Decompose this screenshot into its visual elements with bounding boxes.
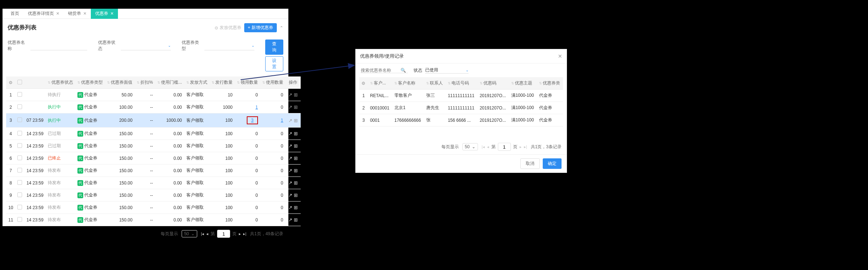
select-all-checkbox[interactable] [17,80,22,84]
sort-icon[interactable]: ⇅ [448,82,451,85]
sort-icon[interactable]: ⇅ [77,81,80,84]
row-checkbox[interactable] [17,180,22,185]
table-row[interactable]: 2 执行中 代代金券 100.00 -- 0.00 客户领取 1000 1 0 … [6,101,301,113]
close-icon[interactable]: ✕ [558,53,562,59]
row-checkbox[interactable] [17,131,22,136]
gear-icon[interactable]: ⚙ [9,80,13,85]
page-input[interactable] [217,230,230,238]
row-checkbox[interactable] [17,217,22,222]
col-header[interactable]: ⇅优惠券状态 [46,76,75,89]
tab-2[interactable]: 销货单✕ [64,9,91,19]
sort-icon[interactable]: ⇅ [137,81,140,84]
table-row[interactable]: 3 0001 17666666666 张 156 6666 ... 201912… [359,114,563,126]
col-header[interactable]: ⇅使用数量 [260,76,285,89]
prev-page-icon[interactable]: ◂ [487,145,489,149]
close-icon[interactable]: ✕ [56,11,59,16]
table-row[interactable]: 2 00010001 北京1 唐先生 11111111111 20191207O… [359,102,563,114]
modal-page-input[interactable] [498,143,511,151]
close-icon[interactable]: ✕ [110,11,114,16]
tab-1[interactable]: 优惠券详情页✕ [24,9,64,19]
sort-icon[interactable]: ⇅ [237,81,240,84]
prev-page-icon[interactable]: ◂ [206,232,208,236]
col-header[interactable]: ⚙ [359,77,368,90]
distribute-coupon-button[interactable]: ⊖ 发放优惠券 [215,25,241,31]
row-checkbox[interactable] [17,192,22,197]
col-header[interactable]: ⇅优惠码 [478,77,509,90]
qrcode-icon[interactable]: ⊞ [294,118,298,123]
table-row[interactable]: 1 待执行 代代金券 50.00 -- 0.00 客户领取 10 0 0 ↗⊞ [6,89,301,101]
qrcode-icon[interactable]: ⊞ [294,92,298,97]
col-header[interactable]: ⇅联系人 [424,77,446,90]
table-row[interactable]: 6 14 23:59 已终止 代代金券 150.00 -- 0.00 客户领取 … [6,152,301,165]
tab-3[interactable]: 优惠券✕ [91,9,118,19]
filter-name-input[interactable] [30,41,87,50]
sort-icon[interactable]: ⇅ [107,81,110,84]
cancel-button[interactable]: 取消 [520,158,540,169]
col-header[interactable]: ⇅领用数量 [235,76,260,89]
sort-icon[interactable]: ⇅ [539,82,542,85]
sort-icon[interactable]: ⇅ [370,82,373,85]
sort-icon[interactable]: ⇅ [212,81,215,84]
share-icon[interactable]: ↗ [288,104,292,110]
col-header[interactable]: ⇅优惠券面值 [105,76,135,89]
settings-button[interactable]: 设置 [265,56,283,71]
table-row[interactable]: 1 RETAIL... 零散客户 张三 11111111111 20191207… [359,90,563,102]
sort-icon[interactable]: ⇅ [48,81,51,84]
col-header[interactable]: ⇅优惠券类型 [75,76,105,89]
next-page-icon[interactable]: ▸ [520,145,522,149]
col-header[interactable]: ⇅电话号码 [446,77,478,90]
close-icon[interactable]: ✕ [83,11,86,16]
sort-icon[interactable]: ⇅ [511,82,514,85]
col-header[interactable]: ⇅客户... [368,77,392,90]
col-header[interactable]: ⇅优惠主题 [509,77,537,90]
row-checkbox[interactable] [17,117,22,122]
modal-per-page-select[interactable]: 50 ⌄ [462,143,478,150]
last-page-icon[interactable]: ▸| [243,232,246,236]
claimed-link[interactable]: 3 [251,118,254,123]
table-row[interactable]: 11 14 23:59 待发布 代代金券 150.00 -- 0.00 客户领取… [6,214,301,226]
row-checkbox[interactable] [17,205,22,209]
first-page-icon[interactable]: |◂ [482,145,485,149]
col-header[interactable]: 操作 [285,76,301,89]
used-link[interactable]: 1 [281,118,283,123]
gear-icon[interactable]: ⚙ [361,81,365,86]
filter-status-select[interactable]: ⌄ [121,41,171,50]
per-page-select[interactable]: 50 ⌄ [182,230,197,237]
share-icon[interactable]: ↗ [288,92,292,97]
col-header[interactable]: ⇅使用门槛... [155,76,184,89]
add-coupon-button[interactable]: + 新增优惠券 [244,23,277,32]
row-checkbox[interactable] [17,155,22,160]
col-header[interactable]: ⇅发行数量 [209,76,235,89]
tab-0[interactable]: 首页 [6,9,24,19]
table-row[interactable]: 9 14 23:59 待发布 代代金券 150.00 -- 0.00 客户领取 … [6,189,301,202]
row-checkbox[interactable] [17,143,22,148]
qrcode-icon[interactable]: ⊞ [294,104,298,110]
confirm-button[interactable]: 确定 [543,158,562,169]
last-page-icon[interactable]: ▸| [524,145,527,149]
table-row[interactable]: 8 14 23:59 待发布 代代金券 150.00 -- 0.00 客户领取 … [6,177,301,189]
collapse-icon[interactable]: ⌃ [280,25,283,30]
sort-icon[interactable]: ⇅ [262,81,265,84]
sort-icon[interactable]: ⇅ [157,81,160,84]
table-row[interactable]: 10 14 23:59 待发布 代代金券 150.00 -- 0.00 客户领取… [6,202,301,214]
share-icon[interactable]: ↗ [288,118,292,123]
modal-search-input[interactable] [361,68,401,73]
row-checkbox[interactable] [17,168,22,173]
filter-type-select[interactable]: ⌄ [204,41,254,50]
col-header[interactable]: ⇅优惠券类 [537,77,563,90]
sort-icon[interactable]: ⇅ [394,82,397,85]
col-header[interactable]: ⇅客户名称 [392,77,424,90]
sort-icon[interactable]: ⇅ [426,82,429,85]
col-header[interactable]: ⇅发放方式 [184,76,209,89]
modal-status-select[interactable]: 已使用 ⌄ [425,67,469,74]
claimed-link[interactable]: 1 [255,105,258,110]
first-page-icon[interactable]: |◂ [201,232,204,236]
table-row[interactable]: 7 14 23:59 待发布 代代金券 150.00 -- 0.00 客户领取 … [6,165,301,177]
row-checkbox[interactable] [17,92,22,97]
modal-search[interactable]: 🔍 [361,68,408,73]
col-header[interactable]: ⇅折扣% [135,76,155,89]
col-header[interactable] [24,76,46,89]
table-row[interactable]: 5 14 23:59 已过期 代代金券 150.00 -- 0.00 客户领取 … [6,140,301,152]
sort-icon[interactable]: ⇅ [480,82,483,85]
sort-icon[interactable]: ⇅ [186,81,189,84]
